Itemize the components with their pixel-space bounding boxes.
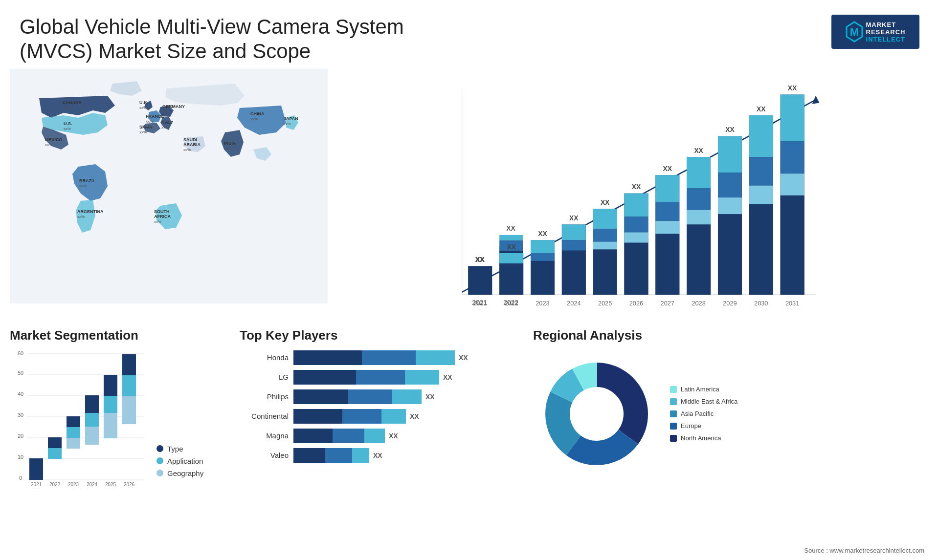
svg-text:30: 30 [18, 412, 23, 418]
svg-rect-33 [562, 224, 586, 240]
magna-seg2 [333, 429, 364, 443]
svg-point-127 [571, 388, 622, 439]
lg-seg3 [405, 370, 439, 385]
svg-text:XX: XX [663, 165, 672, 172]
player-row-magna: Magna XX [240, 429, 514, 443]
svg-rect-56 [655, 234, 679, 294]
continental-seg3 [381, 409, 406, 424]
continental-seg2 [342, 409, 381, 424]
svg-text:XX: XX [506, 224, 515, 232]
svg-rect-69 [718, 197, 742, 214]
svg-rect-108 [67, 438, 80, 449]
bar-chart-section: XX 2021 XX 2022 XX 2021 XX 2022 [328, 69, 929, 323]
uk-value: xx% [139, 106, 147, 110]
argentina-label: ARGENTINA [77, 209, 104, 214]
logo-box: M MARKET RESEARCH INTELLECT [831, 15, 919, 49]
france-value: xx% [146, 119, 153, 124]
svg-rect-68 [718, 172, 742, 197]
continental-bar-segments [293, 409, 406, 424]
page-header: Global Vehicle Multi-View Camera System … [0, 0, 939, 69]
south-africa-label2: AFRICA [154, 214, 171, 219]
svg-text:XX: XX [694, 146, 703, 154]
svg-rect-15 [499, 235, 523, 240]
legend-asia-pacific: Asia Pacific [670, 410, 738, 417]
svg-rect-48 [624, 232, 648, 242]
svg-text:2023: 2023 [536, 300, 549, 307]
svg-rect-27 [531, 240, 555, 253]
italy-value: xx% [161, 125, 169, 129]
svg-rect-29 [531, 253, 555, 261]
player-philips-name: Philips [240, 392, 289, 401]
svg-text:2030: 2030 [754, 300, 768, 307]
legend-type: Type [156, 445, 203, 453]
key-players-title: Top Key Players [240, 328, 514, 343]
svg-rect-81 [781, 94, 805, 141]
uk-label: U.K. [139, 100, 148, 105]
magna-bar-segments [293, 429, 385, 443]
application-dot [156, 457, 163, 464]
svg-text:2022: 2022 [504, 300, 518, 307]
china-label: CHINA [250, 111, 265, 116]
north-america-dot [670, 435, 677, 442]
svg-text:2026: 2026 [124, 482, 135, 487]
logo-area: M MARKET RESEARCH INTELLECT [831, 15, 919, 49]
svg-rect-55 [655, 221, 679, 234]
player-row-philips: Philips XX [240, 389, 514, 404]
svg-text:0: 0 [19, 475, 22, 481]
regional-title: Regional Analysis [533, 328, 929, 343]
svg-rect-82 [781, 141, 805, 173]
brazil-value: xx% [79, 184, 87, 188]
europe-dot [670, 423, 677, 430]
logo-line2: RESEARCH [866, 28, 906, 36]
svg-rect-41 [593, 241, 617, 249]
main-top-content: CANADA xx% U.S. xx% MEXICO xx% BRAZIL xx… [0, 69, 939, 323]
svg-rect-42 [593, 249, 617, 295]
legend-middle-east: Middle East & Africa [670, 398, 738, 405]
geography-dot [156, 470, 163, 476]
svg-rect-22 [499, 253, 523, 263]
legend-geography: Geography [156, 469, 203, 477]
svg-text:XX: XX [725, 126, 735, 133]
spain-value: xx% [139, 130, 147, 134]
svg-text:XX: XX [569, 214, 579, 222]
svg-rect-35 [562, 250, 586, 294]
svg-rect-40 [593, 229, 617, 242]
honda-value: XX [459, 354, 468, 362]
europe-label: Europe [681, 422, 701, 430]
svg-rect-62 [687, 210, 711, 225]
svg-text:2025: 2025 [105, 482, 116, 487]
svg-text:2027: 2027 [661, 300, 674, 307]
svg-rect-118 [122, 354, 136, 375]
saudi-value: xx% [183, 148, 191, 152]
south-africa-value: xx% [154, 219, 161, 224]
svg-rect-115 [104, 396, 117, 413]
player-lg-bar: XX [293, 370, 514, 385]
svg-rect-49 [624, 243, 648, 295]
svg-text:40: 40 [18, 391, 23, 397]
player-honda-bar: XX [293, 350, 514, 365]
continental-value: XX [410, 412, 419, 420]
lg-value: XX [443, 373, 452, 381]
svg-marker-4 [812, 95, 820, 104]
map-svg: CANADA xx% U.S. xx% MEXICO xx% BRAZIL xx… [10, 69, 328, 303]
legend-type-label: Type [167, 445, 183, 453]
svg-rect-47 [624, 216, 648, 232]
svg-rect-18 [468, 266, 492, 295]
lg-seg2 [356, 370, 405, 385]
svg-text:2028: 2028 [692, 300, 705, 307]
honda-seg1 [293, 350, 362, 365]
svg-rect-39 [593, 209, 617, 228]
svg-rect-114 [104, 375, 117, 396]
svg-text:XX: XX [788, 84, 797, 92]
svg-text:2021: 2021 [31, 482, 42, 487]
svg-text:10: 10 [18, 454, 23, 460]
svg-text:20: 20 [18, 433, 23, 439]
svg-rect-60 [687, 157, 711, 188]
legend-latin-america: Latin America [670, 386, 738, 393]
svg-rect-104 [48, 448, 62, 459]
player-continental-name: Continental [240, 412, 289, 420]
legend-europe: Europe [670, 422, 738, 430]
svg-text:XX: XX [632, 183, 641, 191]
svg-text:60: 60 [18, 350, 23, 356]
legend-application-label: Application [167, 457, 203, 465]
